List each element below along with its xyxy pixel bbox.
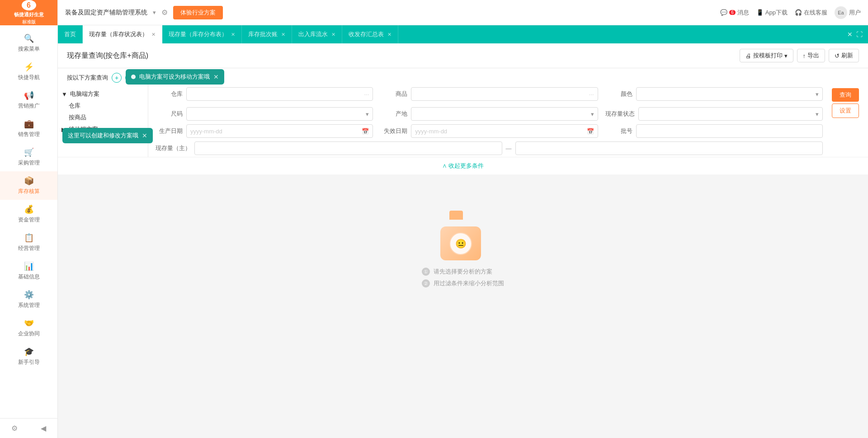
tab-inventory-dist-close[interactable]: ✕	[231, 32, 235, 38]
color-label: 颜色	[605, 90, 632, 98]
step-1-text: 请先选择要分析的方案	[434, 268, 492, 276]
sidebar-item-label: 营销推广	[18, 102, 40, 110]
tabs-close-all[interactable]: ✕	[847, 31, 853, 38]
step-2-text: 用过滤条件来缩小分析范围	[434, 279, 504, 287]
color-dropdown: ▾	[816, 91, 819, 98]
tab-batch-ledger[interactable]: 库存批次账 ✕	[242, 25, 292, 43]
tooltip-close[interactable]: ✕	[213, 73, 219, 80]
purchase-icon: 🛒	[24, 147, 34, 157]
stock-status-select[interactable]: ▾	[638, 107, 823, 121]
export-button[interactable]: ↑ 导出	[797, 49, 826, 62]
warehouse-select[interactable]: ···	[186, 87, 373, 101]
field-stock-status: 现存量状态 ▾	[605, 107, 823, 121]
scheme-child-1[interactable]: 仓库	[58, 100, 148, 112]
empty-step-2: ② 用过滤条件来缩小分析范围	[422, 279, 504, 287]
logo-icon: 6	[22, 0, 36, 10]
header: 装备及固定资产辅助管理系统 ▾ ⚙ 体验行业方案 💬 6 消息 📱 App下载 …	[58, 0, 868, 25]
tab-home[interactable]: 首页	[58, 25, 83, 43]
system-name: 装备及固定资产辅助管理系统	[65, 9, 147, 17]
sidebar-item-nav[interactable]: ⚡ 快捷导航	[0, 57, 57, 86]
origin-select[interactable]: ▾	[411, 107, 598, 121]
warehouse-dots: ···	[364, 91, 369, 98]
desktop-scheme-item[interactable]: ▼ 电脑端方案	[58, 88, 148, 100]
sidebar-item-guide[interactable]: 🎓 新手引导	[0, 342, 57, 371]
stock-qty-from[interactable]	[194, 141, 502, 155]
system-icon: ⚙️	[24, 290, 34, 300]
tab-home-label: 首页	[64, 30, 76, 38]
sidebar-item-label: 库存核算	[18, 188, 40, 195]
trial-button[interactable]: 体验行业方案	[173, 6, 223, 19]
sidebar-item-label: 资金管理	[18, 216, 40, 224]
tab-inout-flow[interactable]: 出入库流水 ✕	[292, 25, 342, 43]
page-title: 现存量查询(按仓库+商品)	[67, 51, 148, 61]
user-item[interactable]: Ea 用户	[835, 6, 861, 19]
settings-button[interactable]: ⚙	[11, 424, 18, 433]
settings-icon[interactable]: ⚙	[161, 8, 168, 17]
sidebar: 6 畅捷通好生意 标准版 🔍 搜索菜单 ⚡ 快捷导航 📢 营销推广 💼 销售管理…	[0, 0, 58, 438]
color-select[interactable]: ▾	[636, 87, 823, 101]
sidebar-item-purchase[interactable]: 🛒 采购管理	[0, 143, 57, 171]
tab-inout-flow-close[interactable]: ✕	[331, 32, 335, 38]
tab-batch-ledger-close[interactable]: ✕	[281, 32, 285, 38]
tabs-fullscreen[interactable]: ⛶	[856, 31, 863, 38]
stock-qty-to[interactable]	[515, 141, 823, 155]
tab-inventory-status-close[interactable]: ✕	[151, 32, 156, 38]
sidebar-item-marketing[interactable]: 📢 营销推广	[0, 86, 57, 114]
sidebar-item-label: 快捷导航	[18, 74, 40, 81]
collapse-arrow-icon: ∧	[442, 162, 447, 169]
app-download-item[interactable]: 📱 App下载	[756, 9, 788, 17]
field-size: 尺码 ▾	[156, 107, 373, 121]
message-label: 消息	[737, 9, 749, 17]
setup-button[interactable]: 设置	[832, 104, 859, 118]
tab-collect-summary-label: 收发存汇总表	[349, 30, 384, 38]
sidebar-item-inventory[interactable]: 📦 库存核算	[0, 171, 57, 200]
tab-collect-summary-close[interactable]: ✕	[387, 32, 392, 38]
empty-illustration: 😐	[436, 211, 490, 260]
tab-collect-summary[interactable]: 收发存汇总表 ✕	[342, 25, 398, 43]
query-button[interactable]: 查询	[832, 88, 859, 102]
print-button[interactable]: 🖨 按模板打印 ▾	[740, 49, 793, 62]
sidebar-item-basic[interactable]: 📊 基础信息	[0, 257, 57, 285]
filter-content: ▼ 电脑端方案 仓库 按商品 ▶ 移动端方案 这里	[58, 83, 868, 157]
collapse-button[interactable]: ◀	[41, 424, 46, 433]
scheme-child-2[interactable]: 按商品	[58, 112, 148, 123]
size-select[interactable]: ▾	[186, 107, 373, 121]
system-dropdown[interactable]: ▾	[153, 9, 156, 16]
field-color: 颜色 ▾	[605, 87, 823, 101]
filter-title: 按以下方案查询	[67, 74, 108, 82]
expire-date-input[interactable]: yyyy-mm-dd 📅	[411, 124, 598, 138]
empty-state: 😐 ① 请先选择要分析的方案 ② 用过滤条件来缩小分析范围	[58, 174, 868, 324]
refresh-button[interactable]: ↺ 刷新	[829, 49, 859, 62]
print-dropdown-icon: ▾	[784, 52, 788, 59]
message-item[interactable]: 💬 6 消息	[720, 9, 749, 17]
tab-inventory-status[interactable]: 现存量（库存状况表） ✕	[83, 25, 162, 43]
goods-dots: ···	[589, 91, 594, 98]
sidebar-item-search[interactable]: 🔍 搜索菜单	[0, 29, 57, 57]
stock-status-dropdown: ▾	[816, 111, 819, 118]
tab-inventory-dist-label: 现存量（库存分布表）	[169, 30, 227, 38]
size-label: 尺码	[156, 110, 183, 118]
collapse-text: 收起更多条件	[448, 162, 484, 169]
add-scheme-button[interactable]: +	[112, 73, 122, 83]
produce-date-input[interactable]: yyyy-mm-dd 📅	[186, 124, 373, 138]
basic-icon: 📊	[24, 261, 34, 271]
logo: 6 畅捷通好生意 标准版	[0, 0, 57, 25]
collapse-button[interactable]: ∧ 收起更多条件	[58, 157, 868, 174]
produce-date-calendar-icon: 📅	[362, 128, 369, 135]
sidebar-item-operations[interactable]: 📋 经营管理	[0, 228, 57, 257]
sidebar-item-sales[interactable]: 💼 销售管理	[0, 114, 57, 143]
filter-row-2: 尺码 ▾ 产地 ▾ 现存量状态	[156, 105, 823, 122]
support-item[interactable]: 🎧 在线客服	[795, 9, 827, 17]
goods-select[interactable]: ···	[411, 87, 598, 101]
sidebar-item-enterprise[interactable]: 🤝 企业协同	[0, 314, 57, 342]
batch-input[interactable]	[636, 124, 823, 138]
tooltip2-close[interactable]: ✕	[142, 132, 147, 139]
stock-status-label: 现存量状态	[605, 110, 635, 118]
empty-step-1: ① 请先选择要分析的方案	[422, 268, 504, 276]
sidebar-item-finance[interactable]: 💰 资金管理	[0, 200, 57, 228]
query-buttons: 查询 设置	[832, 88, 859, 118]
sidebar-item-system[interactable]: ⚙️ 系统管理	[0, 285, 57, 314]
filter-section: 按以下方案查询 + ✎ « 电脑方案可设为移动方案哦 ✕ ▼ 电脑端方案	[58, 68, 868, 174]
tab-inventory-dist[interactable]: 现存量（库存分布表） ✕	[162, 25, 242, 43]
field-batch: 批号	[605, 124, 823, 138]
